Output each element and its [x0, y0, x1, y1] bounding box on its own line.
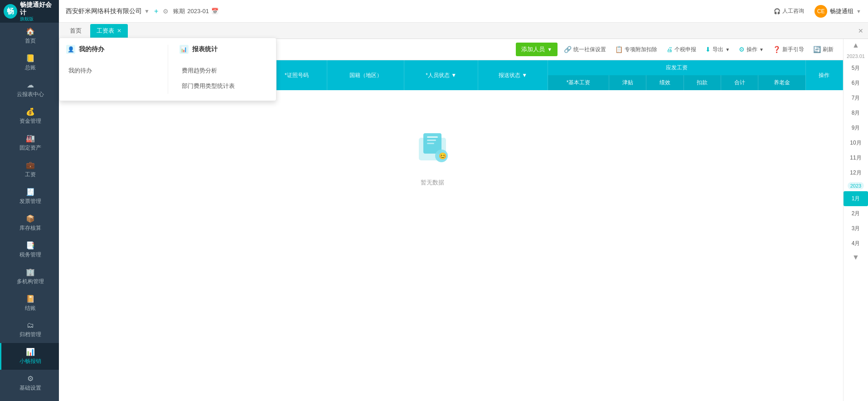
tax-report-label: 个税申报 — [674, 46, 696, 53]
month-1[interactable]: 1月 — [844, 191, 868, 206]
refresh-btn[interactable]: 🔄 刷新 — [810, 44, 836, 55]
month-7[interactable]: 7月 — [844, 91, 868, 106]
add-person-dropdown-icon: ▼ — [547, 47, 552, 52]
month-10[interactable]: 10月 — [844, 135, 868, 150]
tabs-bar: 首页 工资表 ✕ ✕ — [59, 23, 868, 39]
sidebar-item-archive[interactable]: 🗂 归档管理 — [0, 317, 59, 343]
user-info[interactable]: CE 畅捷通组 ▼ — [815, 5, 861, 18]
guide-toolbar-icon: ❓ — [773, 46, 781, 53]
table-container: 工号 *姓名 ⇅ *部门 *证照类型 *证照号码 国籍（地区） *人员状态 ▼ … — [59, 60, 843, 401]
user-chevron-icon: ▼ — [856, 9, 861, 14]
month-6[interactable]: 6月 — [844, 76, 868, 91]
col-nationality: 国籍（地区） — [327, 60, 404, 90]
home-icon: 🏠 — [26, 27, 35, 36]
tax-report-btn[interactable]: 🖨 个税申报 — [664, 44, 699, 55]
popup-todo-item[interactable]: 我的待办 — [66, 63, 156, 78]
month-nav-up[interactable]: ▲ — [844, 39, 868, 52]
sidebar-item-label: 结账 — [25, 304, 36, 312]
month-2[interactable]: 2月 — [844, 206, 868, 221]
sidebar-item-label: 小畅报销 — [19, 358, 41, 365]
sidebar-item-label: 归档管理 — [19, 331, 41, 338]
sidebar-item-invoice[interactable]: 🧾 发票管理 — [0, 183, 59, 210]
period-selector[interactable]: 账期 2023-01 📅 — [173, 7, 218, 15]
service-btn[interactable]: 🎧 人工咨询 — [770, 5, 808, 17]
calendar-icon: 📅 — [211, 8, 218, 14]
assets-icon: 🏭 — [26, 134, 35, 143]
sidebar: 畅 畅捷通好会计 旗舰版 🏠 首页 📒 总账 ☁ 云报表中心 💰 资金管理 🏭 … — [0, 0, 59, 401]
special-deduction-btn[interactable]: 📋 专项附加扣除 — [612, 44, 660, 55]
sidebar-item-close-account[interactable]: 📔 结账 — [0, 290, 59, 317]
sidebar-item-guide[interactable]: 🎓 新手引导 — [0, 396, 59, 401]
sidebar-item-fund[interactable]: 💰 资金管理 — [0, 103, 59, 130]
archive-icon: 🗂 — [27, 321, 34, 329]
add-person-label: 添加人员 — [521, 45, 545, 53]
chevron-down-icon: ▼ — [144, 8, 150, 14]
sidebar-item-tax[interactable]: 📑 税务管理 — [0, 237, 59, 263]
popup-col-reports: 📊 报表统计 费用趋势分析 部门费用类型统计表 — [179, 45, 270, 94]
operations-chevron-icon: ▼ — [759, 47, 764, 52]
sidebar-item-assets[interactable]: 🏭 固定资产 — [0, 130, 59, 156]
col-deduction: 扣款 — [684, 75, 721, 90]
deduction-label: 专项附加扣除 — [625, 46, 657, 53]
cloud-icon: ☁ — [27, 81, 34, 89]
sidebar-item-settings[interactable]: ⚙ 基础设置 — [0, 370, 59, 396]
salary-icon: 💼 — [26, 161, 35, 169]
company-selector[interactable]: 西安虾米网络科技有限公司 ▼ — [66, 7, 150, 15]
month-4[interactable]: 4月 — [844, 236, 868, 251]
tax-report-icon: 🖨 — [666, 46, 673, 53]
tab-close-all-icon[interactable]: ✕ — [858, 27, 863, 34]
sidebar-item-label: 总账 — [25, 64, 36, 72]
sidebar-item-salary[interactable]: 💼 工资 — [0, 156, 59, 183]
table-body: 😊 暂无数据 — [59, 90, 843, 223]
add-company-btn[interactable]: + — [154, 7, 158, 15]
app-name: 畅捷通好会计 — [20, 1, 55, 16]
toolbar-right: 添加人员 ▼ 🔗 统一社保设置 📋 专项附加扣除 🖨 个税申报 — [516, 43, 836, 56]
company-name: 西安虾米网络科技有限公司 — [66, 7, 142, 15]
sidebar-item-label: 库存核算 — [19, 224, 41, 232]
tab-salary[interactable]: 工资表 ✕ — [90, 24, 128, 38]
sidebar-item-label: 工资 — [25, 171, 36, 179]
col-status: *人员状态 ▼ — [404, 60, 478, 90]
social-security-btn[interactable]: 🔗 统一社保设置 — [561, 44, 609, 55]
guide-btn[interactable]: ❓ 新手引导 — [770, 44, 807, 55]
settings-header-icon[interactable]: ⚙ — [163, 8, 169, 15]
empty-state: 😊 暂无数据 — [59, 90, 805, 223]
tab-home[interactable]: 首页 — [63, 24, 88, 38]
sidebar-item-cloud[interactable]: ☁ 云报表中心 — [0, 76, 59, 103]
popup-dept-item[interactable]: 部门费用类型统计表 — [179, 78, 270, 94]
col-pension: 养老金 — [758, 75, 805, 90]
empty-illustration: 😊 — [410, 126, 455, 172]
month-nav-down[interactable]: ▼ — [844, 251, 868, 264]
month-5[interactable]: 5月 — [844, 61, 868, 76]
tab-salary-label: 工资表 — [97, 27, 114, 35]
month-12[interactable]: 12月 — [844, 165, 868, 180]
logo-icon: 畅 — [4, 4, 17, 19]
sidebar-item-expense[interactable]: 📊 小畅报销 — [0, 343, 59, 370]
popup-trend-item[interactable]: 费用趋势分析 — [179, 63, 270, 78]
export-btn[interactable]: ⬇ 导出 ▼ — [703, 44, 732, 55]
tax-icon: 📑 — [26, 241, 35, 250]
tab-close-icon[interactable]: ✕ — [117, 28, 121, 34]
col-wages-group: 应发工资 — [548, 60, 805, 75]
deduction-icon: 📋 — [615, 46, 623, 53]
sidebar-item-home[interactable]: 🏠 首页 — [0, 23, 59, 49]
month-3[interactable]: 3月 — [844, 221, 868, 236]
month-11[interactable]: 11月 — [844, 150, 868, 165]
sidebar-item-multi-org[interactable]: 🏢 多机构管理 — [0, 263, 59, 290]
header: 西安虾米网络科技有限公司 ▼ + ⚙ 账期 2023-01 📅 🎧 人工咨询 C… — [59, 0, 868, 23]
sidebar-item-inventory[interactable]: 📦 库存核算 — [0, 210, 59, 237]
add-person-button[interactable]: 添加人员 ▼ — [516, 43, 558, 56]
refresh-icon: 🔄 — [813, 46, 821, 53]
sidebar-item-label: 云报表中心 — [17, 91, 44, 98]
sidebar-item-label: 资金管理 — [19, 117, 41, 125]
avatar: CE — [815, 5, 827, 18]
col-base-salary: *基本工资 — [548, 75, 609, 90]
month-9[interactable]: 9月 — [844, 121, 868, 135]
operations-btn[interactable]: ⚙ 操作 ▼ — [736, 44, 766, 55]
tab-home-label: 首页 — [70, 27, 82, 35]
sidebar-item-ledger[interactable]: 📒 总账 — [0, 49, 59, 76]
month-8[interactable]: 8月 — [844, 106, 868, 121]
svg-rect-4 — [427, 143, 434, 144]
close-account-icon: 📔 — [26, 295, 35, 303]
sidebar-item-label: 基础设置 — [19, 384, 41, 392]
